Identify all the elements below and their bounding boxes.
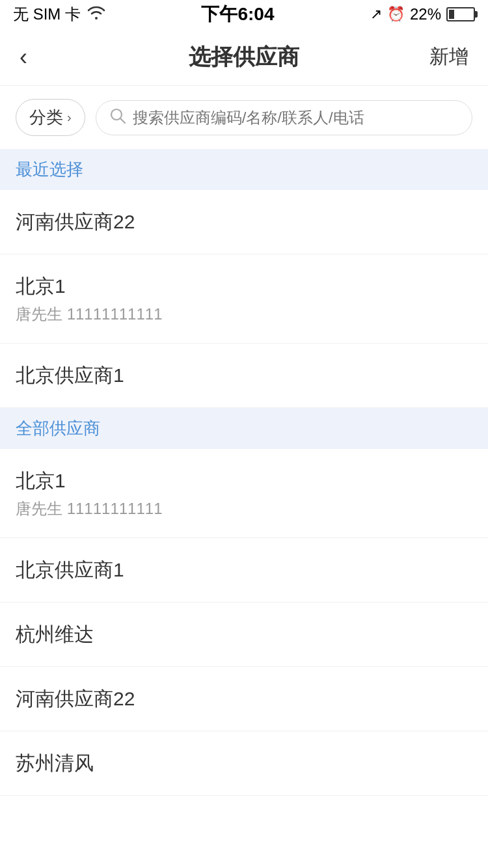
- battery-pct: 22%: [410, 5, 441, 23]
- location-icon: ↗: [370, 6, 382, 23]
- filter-bar: 分类 ›: [0, 86, 488, 149]
- item-name: 杭州维达: [16, 621, 472, 648]
- section-header-all: 全部供应商: [0, 408, 488, 449]
- chevron-right-icon: ›: [67, 110, 72, 125]
- list-item[interactable]: 北京供应商1: [0, 538, 488, 603]
- nav-bar: ‹ 选择供应商 新增: [0, 29, 488, 86]
- item-name: 河南供应商22: [16, 208, 472, 236]
- page-title: 选择供应商: [189, 42, 299, 72]
- status-right: ↗ ⏰ 22%: [370, 5, 475, 23]
- list-item[interactable]: 杭州维达: [0, 603, 488, 667]
- wifi-icon: [87, 5, 105, 23]
- category-filter-button[interactable]: 分类 ›: [16, 99, 85, 136]
- list-item[interactable]: 北京1唐先生 11111111111: [0, 254, 488, 344]
- item-name: 河南供应商22: [16, 685, 472, 712]
- list-item[interactable]: 苏州清风: [0, 731, 488, 796]
- search-input[interactable]: [133, 109, 459, 127]
- search-box[interactable]: [96, 100, 472, 135]
- supplier-list: 最近选择河南供应商22北京1唐先生 11111111111北京供应商1全部供应商…: [0, 149, 488, 796]
- item-name: 苏州清风: [16, 750, 472, 777]
- item-name: 北京1: [16, 273, 472, 300]
- status-time: 下午6:04: [201, 2, 274, 27]
- list-item[interactable]: 河南供应商22: [0, 667, 488, 731]
- search-icon: [109, 107, 126, 128]
- status-left: 无 SIM 卡: [13, 4, 105, 25]
- add-button[interactable]: 新增: [429, 44, 468, 70]
- section-header-recent: 最近选择: [0, 149, 488, 190]
- no-sim-label: 无 SIM 卡: [13, 4, 81, 25]
- back-button[interactable]: ‹: [20, 44, 59, 71]
- list-item[interactable]: 北京供应商1: [0, 344, 488, 408]
- list-item[interactable]: 河南供应商22: [0, 190, 488, 254]
- item-name: 北京供应商1: [16, 556, 472, 584]
- category-label: 分类: [29, 106, 63, 129]
- item-sub: 唐先生 11111111111: [16, 304, 472, 325]
- item-name: 北京供应商1: [16, 362, 472, 389]
- svg-line-1: [120, 118, 125, 123]
- item-sub: 唐先生 11111111111: [16, 498, 472, 519]
- list-item[interactable]: 北京1唐先生 11111111111: [0, 449, 488, 538]
- item-name: 北京1: [16, 467, 472, 495]
- battery-icon: [446, 7, 475, 21]
- alarm-icon: ⏰: [387, 6, 405, 23]
- status-bar: 无 SIM 卡 下午6:04 ↗ ⏰ 22%: [0, 0, 488, 29]
